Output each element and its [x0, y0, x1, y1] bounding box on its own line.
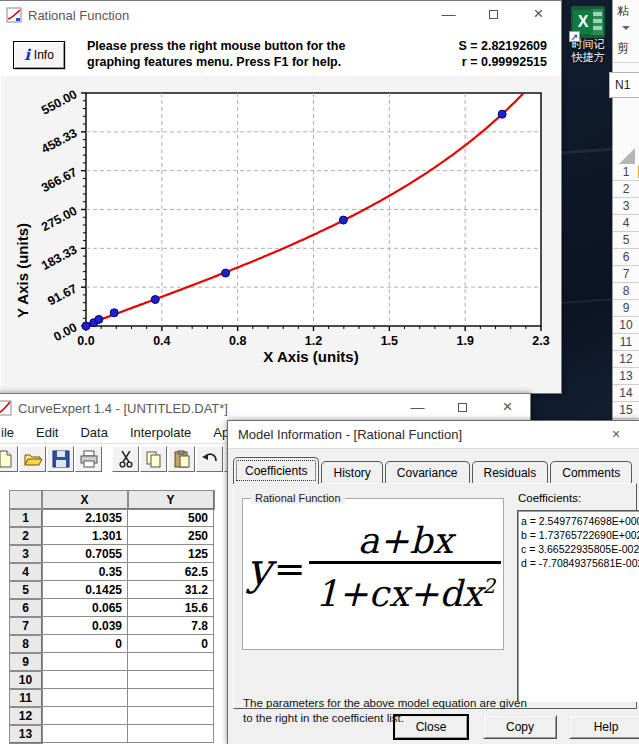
rf-titlebar[interactable]: Rational Function — × [0, 1, 561, 29]
column-header-y[interactable]: Y [128, 491, 214, 509]
excel-name-box[interactable]: N1 [609, 72, 639, 98]
row-number[interactable]: 13 [10, 725, 42, 743]
excel-row-header[interactable]: 8 [613, 283, 639, 300]
table-row[interactable]: 12.1035500 [10, 509, 214, 527]
table-row[interactable]: 30.7055125 [10, 545, 214, 563]
copy-icon[interactable] [140, 446, 167, 472]
cell-x[interactable] [42, 689, 128, 707]
table-corner[interactable] [10, 491, 42, 509]
close-icon[interactable]: × [516, 1, 561, 29]
menu-item-data[interactable]: Data [80, 425, 107, 440]
maximize-icon[interactable] [440, 394, 485, 422]
table-row[interactable]: 60.06515.6 [10, 599, 214, 617]
tab-history[interactable]: History [321, 461, 382, 484]
excel-row-header[interactable]: 10 [613, 317, 639, 334]
excel-row-header[interactable]: 2 [613, 181, 639, 198]
excel-row-header[interactable]: 11 [613, 334, 639, 351]
cell-y[interactable]: 15.6 [128, 599, 214, 617]
row-number[interactable]: 12 [10, 707, 42, 725]
cell-y[interactable]: 0 [128, 635, 214, 653]
coefficients-listbox[interactable]: a = 2.54977674698E+000b = 1.73765722690E… [517, 510, 639, 702]
excel-row-header[interactable]: 12 [613, 351, 639, 368]
row-number[interactable]: 8 [10, 635, 42, 653]
undo-icon[interactable] [196, 446, 223, 472]
row-number[interactable]: 9 [10, 653, 42, 671]
row-number[interactable]: 5 [10, 581, 42, 599]
cell-x[interactable] [42, 671, 128, 689]
minimize-icon[interactable]: — [395, 394, 440, 422]
save-icon[interactable] [47, 446, 74, 472]
cell-y[interactable] [128, 671, 214, 689]
table-row[interactable]: 13 [10, 725, 214, 743]
paste-icon[interactable] [168, 446, 195, 472]
table-row[interactable]: 50.142531.2 [10, 581, 214, 599]
menu-item-edit[interactable]: Edit [36, 425, 58, 440]
maximize-icon[interactable] [471, 1, 516, 29]
cell-y[interactable] [128, 725, 214, 743]
new-icon[interactable] [0, 446, 18, 472]
table-row[interactable]: 21.301250 [10, 527, 214, 545]
chevron-down-icon[interactable] [622, 26, 630, 34]
table-row[interactable]: 70.0397.8 [10, 617, 214, 635]
cell-x[interactable] [42, 725, 128, 743]
cell-y[interactable]: 31.2 [128, 581, 214, 599]
table-row[interactable]: 800 [10, 635, 214, 653]
cell-x[interactable]: 1.301 [42, 527, 128, 545]
cell-x[interactable] [42, 653, 128, 671]
cell-y[interactable]: 62.5 [128, 563, 214, 581]
plot-panel[interactable]: 0.00.40.81.21.51.92.30.0091.67183.33275.… [1, 76, 561, 393]
menu-item-interpolate[interactable]: Interpolate [130, 425, 191, 440]
cell-y[interactable]: 7.8 [128, 617, 214, 635]
cell-y[interactable] [128, 707, 214, 725]
row-number[interactable]: 7 [10, 617, 42, 635]
excel-row-header[interactable]: 9 [613, 300, 639, 317]
ce-titlebar[interactable]: CurveExpert 1.4 - [UNTITLED.DAT*] — × [0, 394, 530, 422]
table-row[interactable]: 11 [10, 689, 214, 707]
excel-row-header[interactable]: 13 [613, 368, 639, 385]
cell-y[interactable] [128, 653, 214, 671]
cell-y[interactable]: 250 [128, 527, 214, 545]
data-table[interactable]: XY12.103550021.30125030.705512540.3562.5… [9, 490, 214, 743]
excel-row-header[interactable]: 1 [613, 164, 639, 181]
excel-select-all-icon[interactable] [619, 148, 635, 164]
row-number[interactable]: 4 [10, 563, 42, 581]
cell-x[interactable]: 0.1425 [42, 581, 128, 599]
excel-paste-label[interactable]: 粘 [617, 3, 629, 20]
dialog-titlebar[interactable]: Model Information - [Rational Function] … [228, 421, 639, 449]
cell-x[interactable]: 0.35 [42, 563, 128, 581]
cell-x[interactable]: 0.065 [42, 599, 128, 617]
row-number[interactable]: 6 [10, 599, 42, 617]
close-icon[interactable]: × [485, 394, 530, 422]
excel-row-header[interactable]: 7 [613, 266, 639, 283]
excel-row-header[interactable]: 5 [613, 232, 639, 249]
print-icon[interactable] [75, 446, 102, 472]
table-row[interactable]: 40.3562.5 [10, 563, 214, 581]
cell-x[interactable]: 0 [42, 635, 128, 653]
cell-x[interactable]: 2.1035 [42, 509, 128, 527]
table-row[interactable]: 10 [10, 671, 214, 689]
row-number[interactable]: 1 [10, 509, 42, 527]
row-number[interactable]: 10 [10, 671, 42, 689]
cell-x[interactable] [42, 707, 128, 725]
tab-comments[interactable]: Comments [550, 461, 632, 484]
help-button[interactable]: Help [569, 715, 639, 739]
excel-row-header[interactable]: 14 [613, 385, 639, 402]
excel-row-header[interactable]: 3 [613, 198, 639, 215]
row-number[interactable]: 3 [10, 545, 42, 563]
excel-row-header[interactable]: 4 [613, 215, 639, 232]
row-number[interactable]: 11 [10, 689, 42, 707]
cell-x[interactable]: 0.7055 [42, 545, 128, 563]
tab-residuals[interactable]: Residuals [472, 461, 549, 484]
open-icon[interactable] [19, 446, 46, 472]
close-icon[interactable]: × [601, 421, 631, 449]
tab-covariance[interactable]: Covariance [385, 461, 470, 484]
table-row[interactable]: 12 [10, 707, 214, 725]
cell-y[interactable]: 500 [128, 509, 214, 527]
menu-item-ile[interactable]: ile [1, 425, 14, 440]
column-header-x[interactable]: X [42, 491, 128, 509]
excel-row-header[interactable]: 15 [613, 402, 639, 419]
row-number[interactable]: 2 [10, 527, 42, 545]
cut-icon[interactable] [112, 446, 139, 472]
excel-row-header[interactable]: 6 [613, 249, 639, 266]
cell-x[interactable]: 0.039 [42, 617, 128, 635]
